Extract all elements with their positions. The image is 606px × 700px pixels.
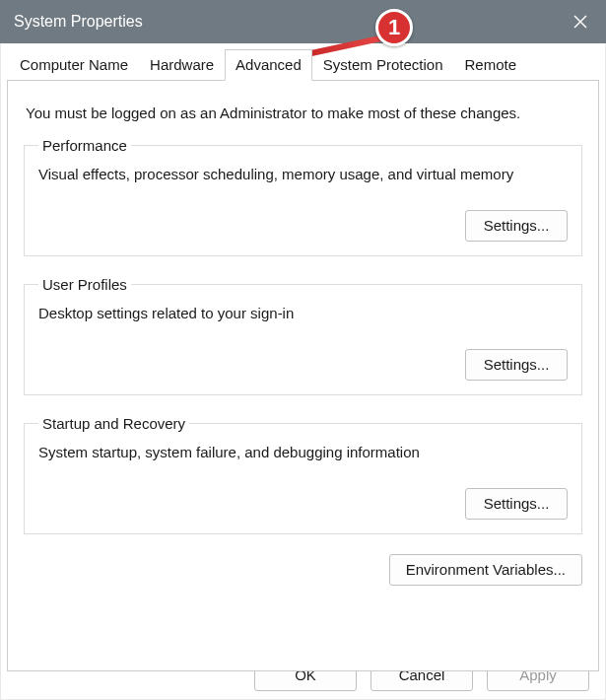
tab-advanced[interactable]: Advanced: [225, 49, 312, 81]
performance-settings-button[interactable]: Settings...: [465, 210, 568, 242]
group-performance-legend: Performance: [38, 137, 131, 154]
group-user-profiles-legend: User Profiles: [38, 276, 131, 293]
window-title: System Properties: [14, 13, 143, 31]
client-area: Computer Name Hardware Advanced System P…: [0, 43, 606, 700]
group-performance-desc: Visual effects, processor scheduling, me…: [38, 166, 568, 182]
group-startup-recovery: Startup and Recovery System startup, sys…: [24, 415, 582, 534]
environment-variables-button[interactable]: Environment Variables...: [389, 554, 582, 586]
close-icon: [573, 15, 587, 29]
group-user-profiles: User Profiles Desktop settings related t…: [24, 276, 582, 395]
admin-notice: You must be logged on as an Administrato…: [26, 105, 582, 121]
startup-recovery-settings-button[interactable]: Settings...: [465, 488, 568, 520]
tab-hardware[interactable]: Hardware: [139, 49, 225, 81]
user-profiles-settings-button[interactable]: Settings...: [465, 349, 568, 381]
group-startup-recovery-desc: System startup, system failure, and debu…: [38, 444, 568, 460]
tab-panel-advanced: You must be logged on as an Administrato…: [7, 80, 599, 671]
group-performance: Performance Visual effects, processor sc…: [24, 137, 582, 256]
group-user-profiles-desc: Desktop settings related to your sign-in: [38, 305, 568, 321]
tab-system-protection[interactable]: System Protection: [312, 49, 454, 81]
tab-remote[interactable]: Remote: [454, 49, 528, 81]
titlebar: System Properties: [0, 0, 606, 43]
close-button[interactable]: [555, 0, 606, 43]
group-startup-recovery-legend: Startup and Recovery: [38, 415, 189, 432]
tab-computer-name[interactable]: Computer Name: [9, 49, 139, 81]
tab-strip: Computer Name Hardware Advanced System P…: [7, 49, 599, 81]
